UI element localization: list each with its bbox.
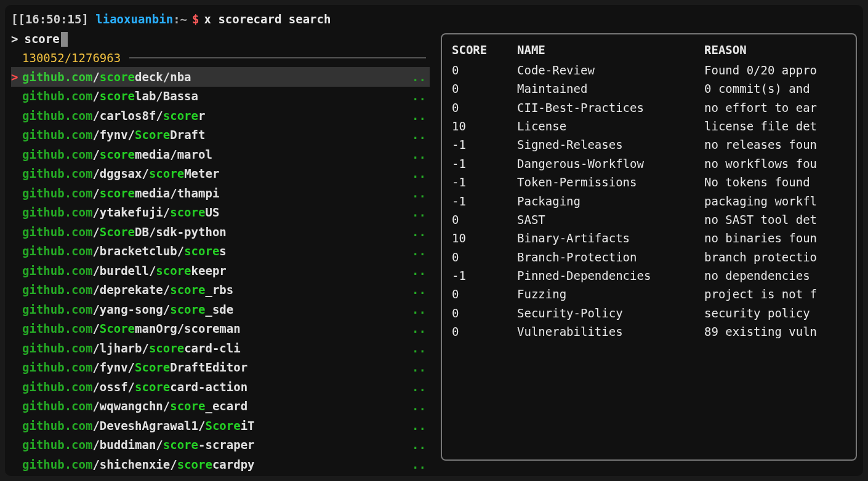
result-row[interactable]: github.com/burdell/scorekeepr.. xyxy=(11,261,430,280)
cell-name: Signed-Releases xyxy=(517,135,704,154)
table-header: SCORE NAME REASON xyxy=(452,41,846,59)
cell-reason: Found 0/20 appro xyxy=(704,61,846,79)
cell-name: Vulnerabilities xyxy=(517,322,704,341)
cell-name: Security-Policy xyxy=(517,304,704,322)
result-row[interactable]: github.com/fynv/ScoreDraft.. xyxy=(11,125,430,145)
result-row[interactable]: github.com/scoremedia/thampi.. xyxy=(11,183,430,203)
result-slash: / xyxy=(92,242,99,260)
header-reason: REASON xyxy=(704,41,846,59)
result-highlight: score xyxy=(149,339,184,357)
result-path-prefix: ljharb/ xyxy=(100,339,149,357)
prompt-user: liaoxuanbin xyxy=(95,10,173,28)
result-ellipsis: .. xyxy=(412,68,426,86)
cell-score: 0 xyxy=(452,210,517,229)
result-highlight: score xyxy=(163,435,198,454)
prompt-command: x scorecard search xyxy=(204,10,331,28)
cell-name: Packaging xyxy=(517,192,704,210)
table-row: -1Token-PermissionsNo tokens found xyxy=(452,173,846,191)
result-host: github.com xyxy=(22,378,92,396)
result-row[interactable]: github.com/ossf/scorecard-action.. xyxy=(11,377,430,397)
cell-name: Token-Permissions xyxy=(517,173,704,191)
cell-score: 0 xyxy=(452,304,517,322)
result-path-prefix: carlos8f/ xyxy=(100,106,163,125)
result-highlight: score xyxy=(170,203,205,221)
result-row[interactable]: github.com/scorelab/Bassa.. xyxy=(11,87,430,106)
result-ellipsis: .. xyxy=(412,455,426,474)
result-path-suffix: US xyxy=(205,203,219,221)
result-path-prefix: fynv/ xyxy=(100,358,135,376)
result-path-suffix: manOrg/scoreman xyxy=(135,319,241,338)
result-row[interactable]: github.com/scoremedia/marol.. xyxy=(11,145,430,164)
main-area: > score 130052/1276963 github.com/scored… xyxy=(11,30,857,470)
table-row: -1Signed-Releasesno releases foun xyxy=(452,135,846,154)
result-host: github.com xyxy=(22,106,92,125)
result-ellipsis: .. xyxy=(412,145,426,164)
result-row[interactable]: github.com/wqwangchn/score_ecard.. xyxy=(11,397,430,416)
prompt-line: [[16:50:15] liaoxuanbin : ~ $ x scorecar… xyxy=(11,10,857,28)
terminal-window: [[16:50:15] liaoxuanbin : ~ $ x scorecar… xyxy=(5,5,863,476)
results-list[interactable]: github.com/scoredeck/nba..github.com/sco… xyxy=(11,67,430,474)
result-row[interactable]: github.com/buddiman/score-scraper.. xyxy=(11,435,430,455)
result-row[interactable]: github.com/scoredeck/nba.. xyxy=(11,67,430,87)
result-slash: / xyxy=(92,125,99,144)
result-ellipsis: .. xyxy=(412,397,426,415)
prompt-tilde: ~ xyxy=(180,10,187,28)
cell-reason: security policy xyxy=(704,304,846,322)
result-ellipsis: .. xyxy=(412,203,426,221)
search-input-line[interactable]: > score xyxy=(11,30,430,48)
cell-reason: branch protectio xyxy=(704,248,846,266)
cell-score: -1 xyxy=(452,154,517,173)
cell-name: Dangerous-Workflow xyxy=(517,154,704,173)
result-highlight: score xyxy=(149,164,184,183)
result-path-prefix: bracketclub/ xyxy=(100,242,184,260)
cell-reason: 0 commit(s) and xyxy=(704,79,846,98)
result-host: github.com xyxy=(22,145,92,164)
result-highlight: score xyxy=(163,106,198,125)
table-row: 0SASTno SAST tool det xyxy=(452,210,846,229)
cell-score: -1 xyxy=(452,135,517,154)
result-row[interactable]: github.com/ScoremanOrg/scoreman.. xyxy=(11,319,430,339)
cell-name: SAST xyxy=(517,210,704,229)
table-row: 0Maintained0 commit(s) and xyxy=(452,79,846,98)
cell-score: 0 xyxy=(452,79,517,98)
result-row[interactable]: github.com/yang-song/score_sde.. xyxy=(11,300,430,319)
result-slash: / xyxy=(92,378,99,396)
result-path-prefix: yang-song/ xyxy=(100,300,170,319)
result-highlight: score xyxy=(184,242,219,260)
result-path-prefix: deprekate/ xyxy=(100,280,170,299)
search-pane: > score 130052/1276963 github.com/scored… xyxy=(11,30,430,470)
result-ellipsis: .. xyxy=(412,184,426,202)
result-highlight: score xyxy=(100,87,135,105)
cell-reason: no releases foun xyxy=(704,135,846,154)
table-row: 0Vulnerabilities89 existing vuln xyxy=(452,322,846,341)
result-row[interactable]: github.com/ytakefuji/scoreUS.. xyxy=(11,203,430,223)
result-highlight: score xyxy=(100,145,135,164)
result-row[interactable]: github.com/carlos8f/scorer.. xyxy=(11,106,430,125)
table-body: 0Code-ReviewFound 0/20 appro0Maintained0… xyxy=(452,61,846,341)
result-path-suffix: _ecard xyxy=(205,397,247,415)
result-row[interactable]: github.com/bracketclub/scores.. xyxy=(11,242,430,261)
result-ellipsis: .. xyxy=(412,300,426,319)
cell-reason: project is not f xyxy=(704,285,846,303)
result-row[interactable]: github.com/shichenxie/scorecardpy.. xyxy=(11,455,430,474)
result-host: github.com xyxy=(22,397,92,415)
result-host: github.com xyxy=(22,223,92,241)
result-row[interactable]: github.com/ljharb/scorecard-cli.. xyxy=(11,338,430,358)
cell-name: Binary-Artifacts xyxy=(517,229,704,247)
cell-reason: 89 existing vuln xyxy=(704,322,846,341)
result-host: github.com xyxy=(22,184,92,202)
result-row[interactable]: github.com/ScoreDB/sdk-python.. xyxy=(11,222,430,242)
cell-score: 0 xyxy=(452,98,517,117)
result-row[interactable]: github.com/deprekate/score_rbs.. xyxy=(11,280,430,300)
cell-reason: no dependencies xyxy=(704,266,846,285)
result-path-suffix: -scraper xyxy=(198,435,255,454)
table-row: -1Pinned-Dependenciesno dependencies xyxy=(452,266,846,285)
result-host: github.com xyxy=(22,280,92,299)
result-row[interactable]: github.com/fynv/ScoreDraftEditor.. xyxy=(11,358,430,378)
result-row[interactable]: github.com/dggsax/scoreMeter.. xyxy=(11,164,430,184)
result-row[interactable]: github.com/DeveshAgrawal1/ScoreiT.. xyxy=(11,416,430,435)
result-path-prefix: DeveshAgrawal1/ xyxy=(100,416,206,435)
result-ellipsis: .. xyxy=(412,416,426,435)
result-highlight: score xyxy=(170,280,205,299)
cell-name: Pinned-Dependencies xyxy=(517,266,704,285)
